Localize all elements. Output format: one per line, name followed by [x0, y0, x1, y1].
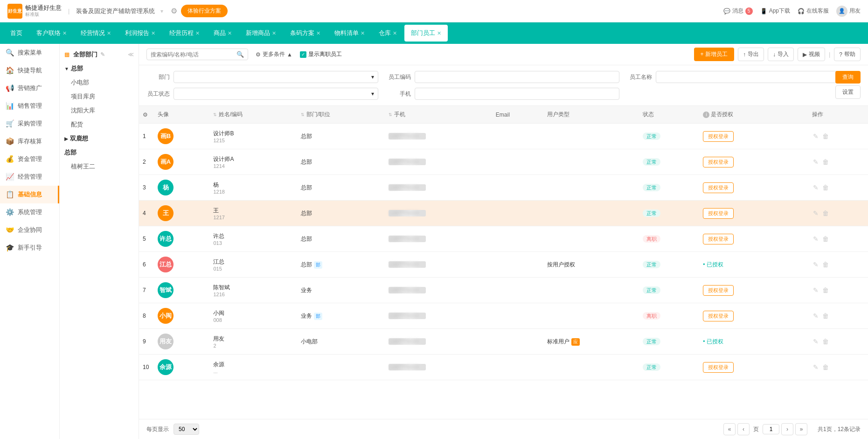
auth-btn[interactable]: 授权登录: [703, 311, 734, 321]
edit-icon[interactable]: ✎: [813, 261, 819, 268]
sidebar-item-库存核算[interactable]: 📦库存核算: [0, 132, 59, 150]
nav-tab-客户联络[interactable]: 客户联络✕: [30, 25, 73, 42]
more-filter-btn[interactable]: ⚙ 更多条件 ▲: [252, 49, 296, 60]
col-phone[interactable]: ⇅ 手机: [385, 106, 492, 124]
tab-close-icon[interactable]: ✕: [437, 30, 441, 36]
last-page-btn[interactable]: »: [795, 423, 807, 435]
app-download-btn[interactable]: 📱 App下载: [760, 7, 790, 15]
tab-close-icon[interactable]: ✕: [361, 30, 365, 36]
tab-close-icon[interactable]: ✕: [62, 30, 67, 36]
message-btn[interactable]: 💬 消息 5: [723, 7, 753, 15]
sidebar-item-基础信息[interactable]: 📋基础信息: [0, 186, 59, 203]
video-btn[interactable]: ▶ 视频: [798, 48, 825, 61]
auth-btn[interactable]: 授权登录: [703, 234, 734, 244]
delete-icon[interactable]: 🗑: [822, 158, 829, 166]
query-btn[interactable]: 查询: [835, 71, 861, 84]
emp-status-select[interactable]: ▾: [174, 88, 378, 100]
page-input[interactable]: [763, 424, 779, 434]
tab-close-icon[interactable]: ✕: [272, 30, 276, 36]
help-btn[interactable]: ? 帮助: [834, 48, 861, 61]
emp-code-input[interactable]: [415, 71, 619, 83]
tree-node-沈阳大库[interactable]: 沈阳大库: [60, 104, 139, 118]
dept-select[interactable]: ▾: [174, 71, 378, 83]
edit-icon[interactable]: ✎: [813, 158, 819, 166]
nav-tab-仓库[interactable]: 仓库✕: [372, 25, 403, 42]
delete-icon[interactable]: 🗑: [822, 338, 829, 345]
auth-btn[interactable]: 授权登录: [703, 208, 734, 219]
sidebar-item-销售管理[interactable]: 📊销售管理: [0, 97, 59, 115]
nav-tab-经营历程[interactable]: 经营历程✕: [163, 25, 206, 42]
sidebar-item-企业协同[interactable]: 🤝企业协同: [0, 221, 59, 239]
edit-icon[interactable]: ✎: [813, 235, 819, 243]
auth-btn[interactable]: 授权登录: [703, 285, 734, 296]
tree-node-植树王二[interactable]: 植树王二: [60, 160, 139, 174]
nav-tab-首页[interactable]: 首页: [4, 25, 29, 42]
edit-icon[interactable]: ✎: [813, 209, 819, 217]
delete-icon[interactable]: 🗑: [822, 261, 829, 268]
nav-tab-经营情况[interactable]: 经营情况✕: [74, 25, 118, 42]
system-dropdown-icon[interactable]: ▾: [160, 8, 163, 14]
tree-node-配货[interactable]: 配货: [60, 118, 139, 132]
edit-icon[interactable]: ✎: [813, 363, 819, 371]
delete-icon[interactable]: 🗑: [822, 132, 829, 140]
nav-tab-利润报告[interactable]: 利润报告✕: [118, 25, 162, 42]
per-page-select[interactable]: 50 20 100: [174, 424, 199, 435]
tab-close-icon[interactable]: ✕: [393, 30, 397, 36]
sidebar-item-搜索菜单[interactable]: 🔍搜索菜单: [0, 44, 59, 62]
col-name[interactable]: ⇅ 姓名/编码: [209, 106, 297, 124]
sidebar-item-资金管理[interactable]: 💰资金管理: [0, 150, 59, 168]
edit-icon[interactable]: ✎: [813, 286, 819, 294]
phone-input[interactable]: [415, 88, 619, 100]
tab-close-icon[interactable]: ✕: [316, 30, 320, 36]
service-btn[interactable]: 🎧 在线客服: [798, 7, 829, 15]
delete-icon[interactable]: 🗑: [822, 209, 829, 217]
delete-icon[interactable]: 🗑: [822, 286, 829, 294]
edit-icon[interactable]: ✎: [813, 312, 819, 320]
sidebar-item-新手引导[interactable]: 🎓新手引导: [0, 239, 59, 257]
tree-node-项目库房[interactable]: 项目库房: [60, 90, 139, 104]
export-btn[interactable]: ↑ 导出: [738, 48, 764, 61]
delete-icon[interactable]: 🗑: [822, 184, 829, 191]
auth-btn[interactable]: 授权登录: [703, 362, 734, 373]
tree-node-总部[interactable]: ▼总部: [60, 62, 139, 76]
nav-tab-条码方案[interactable]: 条码方案✕: [284, 25, 327, 42]
tree-node-小电部[interactable]: 小电部: [60, 76, 139, 90]
tree-node-总部[interactable]: 总部: [60, 146, 139, 160]
show-resigned-toggle[interactable]: ✓ 显示离职员工: [300, 50, 342, 58]
nav-tab-部门员工[interactable]: 部门员工✕: [404, 25, 448, 42]
tree-edit-icon[interactable]: ✎: [100, 51, 105, 58]
delete-icon[interactable]: 🗑: [822, 312, 829, 320]
nav-tab-新增商品[interactable]: 新增商品✕: [239, 25, 283, 42]
edit-icon[interactable]: ✎: [813, 132, 819, 140]
delete-icon[interactable]: 🗑: [822, 235, 829, 243]
delete-icon[interactable]: 🗑: [822, 363, 829, 371]
import-btn[interactable]: ↓ 导入: [768, 48, 794, 61]
search-box[interactable]: 🔍: [146, 49, 248, 60]
sidebar-item-采购管理[interactable]: 🛒采购管理: [0, 115, 59, 132]
sidebar-item-营销推广[interactable]: 📢营销推广: [0, 79, 59, 97]
search-input[interactable]: [151, 51, 235, 58]
tab-close-icon[interactable]: ✕: [195, 30, 200, 36]
add-employee-btn[interactable]: + 新增员工: [694, 48, 734, 61]
sidebar-item-系统管理[interactable]: ⚙️系统管理: [0, 203, 59, 221]
tab-close-icon[interactable]: ✕: [107, 30, 111, 36]
emp-name-input[interactable]: [656, 71, 861, 83]
auth-btn[interactable]: 授权登录: [703, 131, 734, 142]
edit-icon[interactable]: ✎: [813, 184, 819, 191]
first-page-btn[interactable]: «: [723, 423, 736, 435]
tab-close-icon[interactable]: ✕: [151, 30, 155, 36]
sidebar-item-快捷导航[interactable]: 🏠快捷导航: [0, 62, 59, 79]
sidebar-item-经营管理[interactable]: 📈经营管理: [0, 168, 59, 186]
col-dept[interactable]: ⇅ 部门/职位: [297, 106, 385, 124]
show-resigned-checkbox[interactable]: ✓: [300, 51, 306, 58]
user-btn[interactable]: 👤 用友: [836, 6, 861, 17]
prev-page-btn[interactable]: ‹: [737, 423, 750, 435]
trial-btn[interactable]: 体验行业方案: [181, 5, 228, 17]
tree-collapse-btn[interactable]: ≪: [128, 51, 134, 58]
edit-icon[interactable]: ✎: [813, 338, 819, 345]
tree-node-双鹿想[interactable]: ▶双鹿想: [60, 132, 139, 146]
set-btn[interactable]: 设置: [835, 85, 861, 99]
auth-btn[interactable]: 授权登录: [703, 182, 734, 193]
next-page-btn[interactable]: ›: [781, 423, 793, 435]
nav-tab-物料清单[interactable]: 物料清单✕: [328, 25, 371, 42]
